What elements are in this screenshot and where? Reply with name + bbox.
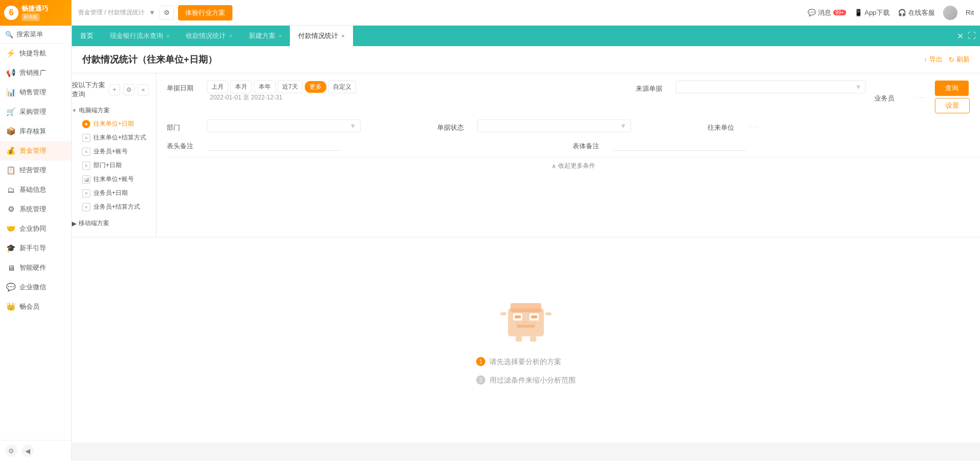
sidebar-item-purchase[interactable]: 🛒 采购管理 (0, 102, 71, 122)
sidebar-settings-btn[interactable]: ⚙ (5, 445, 17, 457)
sidebar-item-quick-nav[interactable]: ⚡ 快捷导航 (0, 44, 71, 63)
sidebar-item-basic-info[interactable]: 🗂 基础信息 (0, 180, 71, 199)
messages-btn[interactable]: 💬 消息 99+ (808, 8, 846, 17)
breadcrumb: 资金管理 / 付款情况统计 (78, 8, 145, 17)
svg-rect-1 (511, 303, 541, 312)
date-range-start: 2022-01-01 (210, 94, 241, 101)
step1-text: 请先选择要分析的方案 (489, 354, 561, 369)
sidebar-item-enterprise[interactable]: 🤝 企业协同 (0, 219, 71, 238)
tab-home[interactable]: 首页 (72, 26, 102, 46)
sidebar-item-operations[interactable]: 📋 经营管理 (0, 161, 71, 180)
bill-status-select[interactable]: ▼ (477, 119, 631, 132)
export-btn[interactable]: ↑ 导出 (924, 55, 943, 64)
sidebar-item-capital[interactable]: 💰 资金管理 (0, 141, 71, 161)
topbar-right: 💬 消息 99+ 📱 App下载 🎧 在线客服 Rit (808, 6, 974, 20)
table-body-input[interactable] (613, 139, 746, 151)
svg-rect-5 (531, 315, 537, 318)
this-year-btn[interactable]: 本年 (254, 81, 276, 93)
enterprise-icon: 🤝 (6, 224, 15, 233)
collapse-more-btn[interactable]: ∧ 收起更多条件 (167, 157, 980, 174)
messages-label: 消息 (818, 8, 831, 17)
cash-flow-tab-close[interactable]: × (166, 33, 169, 39)
sidebar-item-inventory[interactable]: 📦 库存核算 (0, 122, 71, 141)
breadcrumb-dropdown-icon[interactable]: ▼ (149, 9, 155, 16)
table-header-input[interactable] (207, 139, 340, 151)
tab-receivables[interactable]: 收款情况统计 × (178, 26, 240, 46)
search-menu[interactable]: 🔍 搜索菜单 (0, 26, 71, 44)
staff-dots-btn[interactable]: ··· (916, 93, 926, 101)
sidebar-item-sales[interactable]: 📊 销售管理 (0, 83, 71, 102)
query-btn[interactable]: 查询 (935, 81, 969, 96)
custom-date-btn[interactable]: 自定义 (328, 81, 356, 93)
scheme-staff-settle[interactable]: ≡ 业务员+结算方式 (80, 200, 149, 214)
payables-tab-close[interactable]: × (341, 33, 344, 39)
refresh-btn[interactable]: ↻ 刷新 (949, 55, 970, 64)
receivables-tab-close[interactable]: × (229, 33, 232, 39)
new-scheme-tab-close[interactable]: × (279, 33, 282, 39)
sidebar-item-label: 经营管理 (19, 166, 46, 175)
desktop-section-label: 电脑端方案 (79, 106, 110, 115)
sidebar-item-hardware[interactable]: 🖥 智能硬件 (0, 258, 71, 277)
robot-svg (495, 293, 557, 344)
search-icon: 🔍 (5, 31, 13, 38)
user-name[interactable]: Rit (966, 9, 974, 16)
filter-scheme-sidebar: 按以下方案查询 + ⚙ « (72, 73, 156, 237)
app-download-btn[interactable]: 📱 App下载 (854, 8, 890, 17)
scheme-unit-settle[interactable]: ≡ 往来单位+结算方式 (80, 131, 149, 145)
sidebar-item-system[interactable]: ⚙ 系统管理 (0, 199, 71, 219)
desktop-scheme-section: ▼ 电脑端方案 ● 往来单位+日期 ≡ 往来单位+结算方式 (72, 104, 149, 214)
app-name: 畅捷通巧 (22, 5, 48, 13)
table-header-group: 表头备注 (167, 138, 564, 151)
logo-icon: 6 (4, 6, 18, 20)
this-month-btn[interactable]: 本月 (230, 81, 252, 93)
tab-fullscreen-icon[interactable]: ⛶ (968, 31, 976, 41)
tab-close-all-icon[interactable]: ✕ (957, 31, 964, 41)
scheme-settings-btn[interactable]: ⚙ (123, 84, 134, 95)
date-range-separator: 至 (243, 94, 251, 101)
topbar-settings-icon[interactable]: ⚙ (160, 6, 174, 20)
scheme-unit-account[interactable]: 📊 往来单位+账号 (80, 172, 149, 186)
scheme-staff-date[interactable]: ≡ 业务员+日期 (80, 186, 149, 200)
export-icon: ↑ (924, 56, 928, 64)
sidebar-item-marketing[interactable]: 📢 营销推广 (0, 63, 71, 83)
sales-icon: 📊 (6, 88, 15, 97)
content: 付款情况统计（往来单位+日期） ↑ 导出 ↻ 刷新 (72, 46, 980, 461)
sidebar-nav: ⚡ 快捷导航 📢 营销推广 📊 销售管理 🛒 采购管理 📦 库存核算 💰 (0, 44, 71, 440)
sidebar-collapse-btn[interactable]: ◀ (22, 445, 34, 457)
last-month-btn[interactable]: 上月 (207, 81, 228, 93)
refresh-label: 刷新 (956, 55, 970, 64)
add-scheme-btn[interactable]: + (109, 84, 120, 95)
bill-status-label: 单据状态 (437, 120, 473, 132)
scheme-collapse-btn[interactable]: « (138, 84, 149, 95)
partner-label: 往来单位 (708, 120, 743, 132)
settings-btn[interactable]: 设置 (935, 98, 970, 113)
tab-cash-flow[interactable]: 现金银行流水查询 × (102, 26, 178, 46)
sidebar-item-guide[interactable]: 🎓 新手引导 (0, 238, 71, 258)
dept-arrow: ▼ (349, 122, 356, 130)
scheme-dept-date[interactable]: ≡ 部门+日期 (80, 158, 149, 172)
last-7days-btn[interactable]: 近7天 (278, 81, 303, 93)
service-icon: 🎧 (898, 9, 906, 16)
desktop-scheme-header[interactable]: ▼ 电脑端方案 (72, 104, 149, 117)
add-icon: + (112, 86, 116, 93)
mobile-scheme-header[interactable]: ▶ 移动端方案 (72, 217, 149, 230)
trial-btn[interactable]: 体验行业方案 (178, 5, 232, 21)
sidebar-item-member[interactable]: 👑 畅会员 (0, 297, 71, 316)
basic-info-icon: 🗂 (6, 185, 15, 194)
operations-icon: 📋 (6, 166, 15, 175)
mobile-scheme-section: ▶ 移动端方案 (72, 217, 149, 230)
scheme-unit-date[interactable]: ● 往来单位+日期 (80, 117, 149, 131)
cash-flow-tab-label: 现金银行流水查询 (110, 31, 163, 41)
partner-dots-btn[interactable]: ··· (750, 122, 759, 130)
dept-select[interactable]: ▼ (207, 119, 361, 132)
empty-text: 1 请先选择要分析的方案 2 用过滤条件来缩小分析范围 (476, 354, 576, 387)
more-dates-btn[interactable]: 更多 (305, 81, 326, 93)
source-bill-select[interactable]: ▼ (676, 81, 866, 93)
sidebar-item-wechat[interactable]: 💬 企业微信 (0, 277, 71, 297)
mobile-section-label: 移动端方案 (79, 219, 109, 228)
tab-payables[interactable]: 付款情况统计 × (290, 26, 352, 46)
tab-new-scheme[interactable]: 新建方案 × (241, 26, 290, 46)
scheme-staff-account[interactable]: ≡ 业务员+账号 (80, 145, 149, 158)
online-service-btn[interactable]: 🎧 在线客服 (898, 8, 935, 17)
unit-account-icon: 📊 (82, 175, 90, 184)
